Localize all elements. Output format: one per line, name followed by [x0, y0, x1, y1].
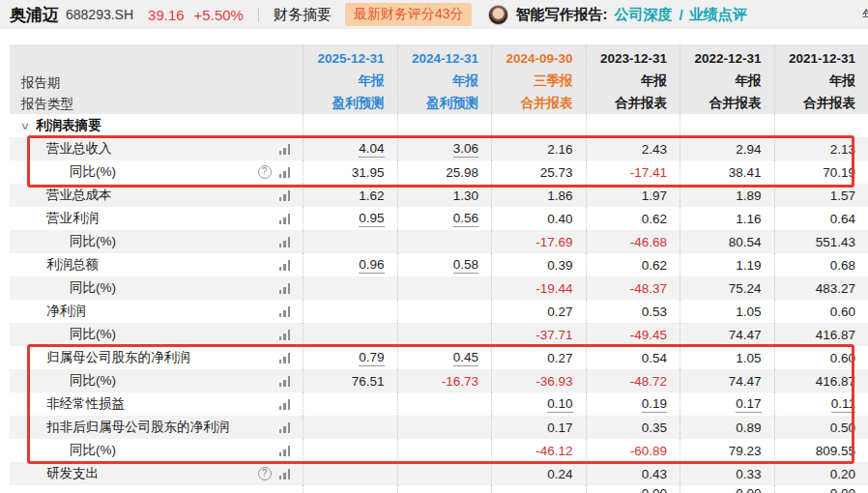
- cell-value: 38.41: [729, 165, 762, 180]
- cell-value: 1.97: [642, 188, 667, 203]
- value-cell: 0.54: [586, 346, 680, 369]
- clipped-cell-value: 0.00: [736, 486, 761, 493]
- clipped-cell-value: 0.00: [642, 486, 667, 493]
- cell-value[interactable]: 0.17: [736, 396, 761, 413]
- value-cell[interactable]: 0.79: [303, 346, 397, 369]
- cell-value: 1.05: [736, 304, 761, 319]
- cell-value: -17.69: [535, 235, 572, 249]
- bar-chart-icon[interactable]: [279, 330, 291, 340]
- bar-chart-icon[interactable]: [279, 237, 291, 247]
- value-cell: [303, 392, 397, 416]
- bar-chart-icon[interactable]: [279, 446, 291, 456]
- bar-chart-icon[interactable]: [279, 353, 291, 363]
- clipped-right-text: 年: [862, 7, 868, 24]
- table-row: 营业总收入 ? 4.043.062.162.432.942.13: [10, 137, 868, 160]
- top-bar: 奥浦迈 688293.SH 39.16 +5.50% 财务摘要 最新财务评分43…: [0, 0, 868, 29]
- cell-value: 0.35: [642, 420, 667, 435]
- report-type-label: 报告类型: [21, 94, 303, 115]
- section-row-income-statement[interactable]: ∨ 利润表摘要: [10, 114, 868, 137]
- question-icon[interactable]: ?: [258, 165, 272, 179]
- cell-value[interactable]: 0.11: [831, 396, 855, 413]
- value-cell[interactable]: 0.96: [303, 253, 397, 276]
- value-cell: 1.16: [680, 207, 774, 230]
- cell-value[interactable]: 0.19: [642, 396, 667, 413]
- value-cell: 79.23: [680, 439, 774, 462]
- bar-chart-icon[interactable]: [279, 190, 291, 201]
- clipped-cell-value: 0.00: [830, 486, 855, 493]
- cell-value[interactable]: 0.45: [453, 350, 478, 366]
- bar-chart-icon[interactable]: [279, 260, 291, 271]
- column-separator: [397, 114, 492, 137]
- cell-value: 809.55: [816, 444, 855, 458]
- value-cell: 31.95: [303, 160, 397, 184]
- bar-chart-icon[interactable]: [279, 167, 291, 178]
- value-cell[interactable]: 3.06: [397, 137, 492, 160]
- table-header: 报告期 报告类型 2025-12-31 年报 盈利预测 2024-12-31 年…: [10, 44, 868, 114]
- value-cell: -46.68: [586, 230, 680, 253]
- cell-value: 1.05: [736, 351, 761, 365]
- financial-score-badge[interactable]: 最新财务评分43分: [345, 3, 473, 26]
- cell-value: 70.19: [823, 165, 855, 180]
- link-performance-review[interactable]: 业绩点评: [689, 6, 747, 24]
- value-cell[interactable]: 0.56: [397, 207, 492, 230]
- clipped-value-cell: 0.00: [680, 485, 774, 493]
- collapse-chevron-icon[interactable]: ∨: [20, 120, 30, 132]
- value-cell: [397, 416, 492, 439]
- clipped-value-cell: [397, 485, 492, 493]
- cell-value: -36.93: [535, 374, 572, 389]
- value-cell[interactable]: 0.19: [586, 392, 680, 416]
- cell-value[interactable]: 0.58: [453, 257, 478, 274]
- value-cell: -48.37: [586, 276, 680, 300]
- cell-value: 2.94: [736, 142, 761, 157]
- column-header-date: 2024-12-31: [398, 47, 479, 70]
- bar-chart-icon[interactable]: [279, 399, 291, 410]
- bar-chart-icon[interactable]: [279, 144, 291, 155]
- value-cell: 2.16: [491, 137, 586, 160]
- value-cell[interactable]: 0.45: [397, 346, 492, 369]
- link-company-depth[interactable]: 公司深度: [614, 6, 672, 24]
- divider: [258, 8, 259, 22]
- value-cell: 38.41: [680, 160, 774, 184]
- value-cell: 0.35: [586, 416, 680, 439]
- value-cell[interactable]: 0.10: [491, 392, 586, 416]
- bar-chart-icon[interactable]: [279, 422, 291, 433]
- value-cell: -17.41: [586, 160, 680, 184]
- value-cell: 75.24: [680, 276, 774, 300]
- row-label: 研发支出: [46, 465, 99, 482]
- value-cell: 809.55: [774, 439, 868, 462]
- value-cell[interactable]: 0.17: [680, 392, 774, 416]
- cell-value: -48.37: [630, 281, 667, 296]
- cell-value: 0.89: [736, 420, 761, 435]
- bar-chart-icon[interactable]: [279, 283, 291, 294]
- cell-value[interactable]: 0.96: [359, 257, 384, 274]
- value-cell: 416.87: [774, 323, 868, 346]
- tab-financial-summary[interactable]: 财务摘要: [274, 6, 332, 24]
- cell-value: 1.30: [453, 188, 478, 203]
- value-cell: 0.27: [491, 300, 586, 323]
- value-cell[interactable]: 0.95: [303, 207, 397, 230]
- value-cell: 80.54: [680, 230, 774, 253]
- cell-value[interactable]: 0.79: [359, 350, 384, 366]
- bar-chart-icon[interactable]: [279, 306, 291, 317]
- link-separator: /: [679, 7, 682, 23]
- cell-value: 80.54: [729, 235, 762, 249]
- value-cell[interactable]: 4.04: [303, 137, 397, 160]
- cell-value[interactable]: 4.04: [359, 141, 384, 158]
- value-cell[interactable]: 0.11: [774, 392, 868, 416]
- column-header: 2024-12-31 年报 盈利预测: [397, 44, 492, 115]
- cell-value[interactable]: 3.06: [453, 141, 478, 158]
- cell-value: -48.72: [630, 374, 667, 389]
- row-label: 扣非后归属母公司股东的净利润: [46, 419, 229, 436]
- bar-chart-icon[interactable]: [279, 376, 291, 387]
- question-icon[interactable]: ?: [258, 467, 272, 480]
- cell-value[interactable]: 0.56: [453, 211, 478, 227]
- row-label: 同比(%): [70, 326, 116, 343]
- bar-chart-icon[interactable]: [279, 469, 291, 479]
- value-cell[interactable]: 0.58: [397, 253, 492, 276]
- bar-chart-icon[interactable]: [279, 214, 291, 224]
- cell-value[interactable]: 0.95: [359, 211, 384, 227]
- column-header: 2023-12-31 年报 合并报表: [586, 44, 680, 115]
- cell-value[interactable]: 0.10: [547, 396, 572, 413]
- value-cell: [397, 323, 492, 346]
- row-label: 营业利润: [46, 210, 99, 227]
